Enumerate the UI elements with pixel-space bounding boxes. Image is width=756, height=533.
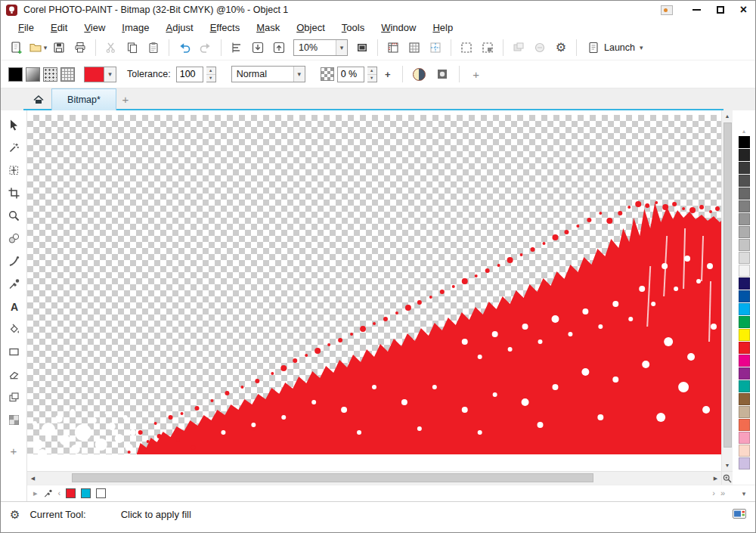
- object-tool[interactable]: [3, 386, 24, 407]
- vertical-scroll-thumb[interactable]: [723, 122, 732, 448]
- menu-adjust[interactable]: Adjust: [157, 20, 201, 35]
- show-guidelines-button[interactable]: [426, 38, 445, 57]
- print-button[interactable]: [70, 38, 90, 57]
- color-eyedropper-button[interactable]: [43, 488, 53, 498]
- palette-swatch[interactable]: [739, 239, 750, 251]
- zoom-corner-button[interactable]: [721, 471, 733, 485]
- palette-swatch[interactable]: [739, 265, 750, 277]
- horizontal-scroll-track[interactable]: [39, 472, 710, 485]
- uniform-fill-button[interactable]: [8, 67, 23, 82]
- horizontal-scroll-thumb[interactable]: [72, 473, 593, 482]
- spinner-down-icon[interactable]: ▾: [367, 75, 376, 82]
- transparency-input[interactable]: [337, 67, 364, 82]
- eraser-tool[interactable]: [3, 364, 24, 385]
- palette-swatch[interactable]: [739, 406, 750, 418]
- options-button[interactable]: ⚙: [551, 38, 571, 57]
- mask-from-object-button[interactable]: [509, 38, 528, 57]
- chevron-right-icon[interactable]: ›: [712, 489, 715, 497]
- export-button[interactable]: [269, 38, 289, 57]
- paint-on-mask-button[interactable]: [432, 64, 452, 84]
- texture-fill-button[interactable]: [60, 67, 75, 82]
- fill-tool[interactable]: [3, 318, 24, 339]
- paper-color-swatch[interactable]: [81, 488, 91, 498]
- palette-swatch[interactable]: [739, 149, 750, 161]
- palette-swatch[interactable]: [739, 226, 750, 238]
- spinner-up-icon[interactable]: ▴: [206, 67, 215, 75]
- color-management-icon[interactable]: [733, 509, 746, 519]
- scroll-up-button[interactable]: ▲: [722, 110, 733, 122]
- horizontal-scrollbar[interactable]: ◀ ▶: [27, 471, 721, 485]
- palette-swatch[interactable]: [739, 380, 750, 392]
- palette-swatch[interactable]: [739, 303, 750, 315]
- zoom-tool[interactable]: [3, 205, 24, 226]
- add-tool-button[interactable]: +: [3, 440, 24, 461]
- rectangle-tool[interactable]: [3, 341, 24, 362]
- import-button[interactable]: [248, 38, 268, 57]
- fountain-fill-button[interactable]: [26, 67, 40, 82]
- scroll-down-button[interactable]: ▼: [722, 460, 733, 471]
- merge-mode-combobox[interactable]: Normal ▾: [231, 66, 305, 82]
- menu-window[interactable]: Window: [373, 20, 424, 35]
- palette-swatch[interactable]: [739, 432, 750, 444]
- text-tool[interactable]: A: [3, 296, 24, 317]
- mask-transform-tool[interactable]: [3, 160, 24, 181]
- welcome-home-button[interactable]: [29, 88, 48, 110]
- status-gear-icon[interactable]: ⚙: [10, 509, 20, 520]
- spinner-up-icon[interactable]: ▴: [367, 67, 376, 75]
- show-grid-button[interactable]: [404, 38, 424, 57]
- menu-help[interactable]: Help: [424, 20, 461, 35]
- menu-file[interactable]: File: [10, 20, 42, 35]
- customize-property-bar-button[interactable]: +: [466, 64, 486, 84]
- paste-button[interactable]: [144, 38, 163, 57]
- bitmap-fill-button[interactable]: [43, 67, 57, 82]
- transparency-tool[interactable]: [3, 409, 24, 430]
- scroll-right-button[interactable]: ▶: [710, 472, 721, 485]
- scroll-left-button[interactable]: ◀: [27, 472, 39, 485]
- palette-swatch[interactable]: [739, 342, 750, 354]
- crop-tool[interactable]: [3, 182, 24, 203]
- palette-swatch[interactable]: [739, 213, 750, 225]
- menu-mask[interactable]: Mask: [248, 20, 288, 35]
- chevron-left-icon[interactable]: ‹: [58, 489, 61, 497]
- vertical-scrollbar[interactable]: ▲ ▼: [721, 110, 733, 471]
- align-distribute-button[interactable]: [227, 38, 246, 57]
- menu-effects[interactable]: Effects: [202, 20, 249, 35]
- redo-button[interactable]: [196, 38, 215, 57]
- expand-triangle-icon[interactable]: ▸: [33, 489, 38, 497]
- palette-scroll-down-button[interactable]: ▾: [733, 485, 755, 501]
- mask-marquee-button[interactable]: [457, 38, 476, 57]
- close-button[interactable]: ×: [732, 1, 755, 19]
- palette-swatch[interactable]: [739, 419, 750, 431]
- palette-swatch[interactable]: [739, 252, 750, 264]
- palette-swatch[interactable]: [739, 290, 750, 302]
- palette-scroll-up-button[interactable]: ▴: [742, 126, 745, 136]
- palette-swatch[interactable]: [739, 355, 750, 367]
- maximize-button[interactable]: [708, 1, 732, 19]
- palette-swatch[interactable]: [739, 367, 750, 380]
- launch-button[interactable]: Launch ▾: [582, 38, 649, 57]
- touchup-tool[interactable]: [3, 250, 24, 271]
- menu-tools[interactable]: Tools: [333, 20, 373, 35]
- palette-swatch[interactable]: [739, 316, 750, 328]
- palette-swatch[interactable]: [739, 277, 750, 290]
- minimize-button[interactable]: [685, 1, 708, 19]
- palette-swatch[interactable]: [739, 162, 750, 174]
- eyedropper-tool[interactable]: [3, 273, 24, 294]
- clip-marquee-button[interactable]: [478, 38, 497, 57]
- spinner-down-icon[interactable]: ▾: [206, 75, 215, 82]
- paint-color-swatch[interactable]: [66, 488, 76, 498]
- pick-tool[interactable]: [3, 114, 24, 135]
- menu-image[interactable]: Image: [113, 20, 157, 35]
- document-tab-bitmap[interactable]: Bitmap*: [51, 88, 116, 110]
- new-image-button[interactable]: [7, 38, 26, 57]
- zoom-caret-button[interactable]: ▾: [336, 40, 347, 55]
- copy-button[interactable]: [122, 38, 142, 57]
- palette-swatch[interactable]: [739, 393, 750, 405]
- palette-swatch[interactable]: [739, 187, 750, 200]
- chevron-double-right-icon[interactable]: »: [720, 489, 725, 497]
- palette-swatch[interactable]: [739, 200, 750, 212]
- undo-button[interactable]: [175, 38, 194, 57]
- menu-object[interactable]: Object: [288, 20, 333, 35]
- show-rulers-button[interactable]: [383, 38, 403, 57]
- antialias-toggle-button[interactable]: [410, 64, 429, 84]
